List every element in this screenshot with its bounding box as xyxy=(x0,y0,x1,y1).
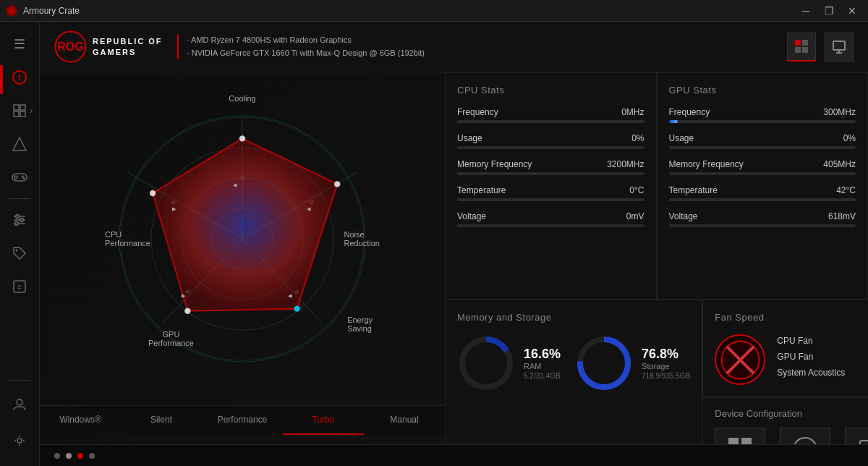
cpu-fan-row: CPU Fan 3600 RPM xyxy=(777,336,868,346)
cpu-voltage-bar xyxy=(457,224,644,227)
svg-text:ROG: ROG xyxy=(57,41,83,53)
gpu-usage-label: Usage xyxy=(669,133,694,143)
gpu-fan-label: GPU Fan xyxy=(777,352,813,362)
svg-text:▸: ▸ xyxy=(172,204,176,213)
cpu-usage-label: Usage xyxy=(457,133,482,143)
device-rog-key[interactable]: R ROG Key xyxy=(780,428,830,444)
ram-detail: 5.2/31.4GB xyxy=(524,372,561,380)
sidebar-item-grid[interactable]: ≡ xyxy=(5,272,34,301)
svg-rect-29 xyxy=(833,41,845,50)
cpu-memfreq-row: Memory Frequency 3200MHz xyxy=(457,159,644,169)
mode-tab-performance[interactable]: Performance xyxy=(202,406,283,435)
device-win-key[interactable]: Win Key xyxy=(715,428,765,444)
dot-1 xyxy=(54,453,60,459)
svg-point-21 xyxy=(17,399,22,405)
svg-point-49 xyxy=(334,181,340,187)
cpu-usage-value: 0% xyxy=(631,133,644,143)
right-bottom-column: Fan Speed xyxy=(702,300,868,444)
svg-point-16 xyxy=(20,219,24,222)
svg-rect-2 xyxy=(14,105,19,110)
sidebar-item-settings[interactable] xyxy=(5,426,34,455)
mode-tab-turbo[interactable]: Turbo xyxy=(283,406,364,435)
radar-label-cooling: Cooling xyxy=(229,94,255,103)
titlebar: Armoury Crate ─ ❐ ✕ xyxy=(0,0,868,22)
radar-label-gpu-perf: GPUPerformance xyxy=(148,330,194,347)
rog-logo-icon: ROG xyxy=(54,30,87,63)
sidebar-item-tags[interactable] xyxy=(5,239,34,268)
dot-2 xyxy=(66,453,72,459)
maximize-button[interactable]: ❐ xyxy=(819,4,839,18)
bottom-bar xyxy=(40,444,868,466)
svg-rect-27 xyxy=(795,47,801,53)
acoustics-label: System Acoustics xyxy=(777,368,845,378)
svg-marker-6 xyxy=(13,137,26,151)
svg-point-15 xyxy=(16,215,20,219)
sidebar-item-user[interactable] xyxy=(5,390,34,419)
gpu-frequency-bar xyxy=(669,120,856,123)
cpu-memfreq-bar xyxy=(457,172,644,175)
dot-4 xyxy=(89,453,95,459)
svg-text:◂: ◂ xyxy=(307,204,311,213)
cpu-temp-bar xyxy=(457,198,644,201)
svg-rect-3 xyxy=(20,105,25,110)
svg-rect-26 xyxy=(802,40,808,46)
fan-icon xyxy=(715,334,765,385)
sidebar-item-info[interactable]: i xyxy=(5,63,34,92)
svg-point-22 xyxy=(17,439,22,443)
fan-content: CPU Fan 3600 RPM GPU Fan 3600 RPM System… xyxy=(715,334,868,385)
storage-gauge xyxy=(575,334,633,392)
gpu-stats-panel: GPU Stats Frequency 300MHz Usage 0% xyxy=(657,72,869,300)
svg-marker-47 xyxy=(153,138,337,310)
cpu-frequency-value: 0MHz xyxy=(621,107,644,117)
spec1-text: AMD Ryzen 7 4800HS with Radeon Graphics xyxy=(191,35,352,44)
content: ROG REPUBLIC OF GAMERS · AMD Ryzen 7 480… xyxy=(40,22,868,466)
gpu-memfreq-value: 405MHz xyxy=(823,159,856,169)
header-btn-secondary[interactable] xyxy=(825,33,854,62)
ram-info: 16.6% RAM 5.2/31.4GB xyxy=(524,347,561,380)
sidebar-divider-2 xyxy=(9,380,30,381)
gpu-memfreq-row: Memory Frequency 405MHz xyxy=(669,159,856,169)
win-key-icon xyxy=(715,428,765,444)
dot-3 xyxy=(77,453,83,459)
sidebar-item-gamepad[interactable] xyxy=(5,163,34,192)
memory-gauges: 16.6% RAM 5.2/31.4GB xyxy=(457,334,690,392)
titlebar-left: Armoury Crate xyxy=(6,5,80,17)
cpu-frequency-bar xyxy=(457,120,644,123)
spec2-text: NVIDIA GeForce GTX 1660 Ti with Max-Q De… xyxy=(192,48,425,57)
touchpad-icon xyxy=(845,428,868,444)
svg-rect-66 xyxy=(741,438,752,444)
ram-label: RAM xyxy=(524,362,561,370)
device-config-title: Device Configuration xyxy=(715,408,868,419)
sidebar-item-menu[interactable]: ☰ xyxy=(5,30,34,59)
cpu-temp-label: Temperature xyxy=(457,185,506,195)
svg-point-11 xyxy=(23,177,25,179)
storage-percent: 76.8% xyxy=(642,347,690,362)
gpu-frequency-value: 300MHz xyxy=(823,107,856,117)
sidebar-bottom xyxy=(5,376,34,466)
close-button[interactable]: ✕ xyxy=(842,4,862,18)
sidebar-item-sliders[interactable] xyxy=(5,206,34,234)
minimize-button[interactable]: ─ xyxy=(796,4,816,18)
svg-point-9 xyxy=(14,176,17,179)
left-panel: Cooling NoiseReduction EnergySaving GPUP… xyxy=(40,72,445,444)
header-btn-primary[interactable] xyxy=(787,33,816,62)
sidebar-item-devices[interactable] xyxy=(5,96,34,125)
device-touchpad[interactable]: Touch Pad xyxy=(845,428,868,444)
cpu-temp-row: Temperature 0°C xyxy=(457,185,644,195)
sidebar-divider-1 xyxy=(9,198,30,199)
gpu-voltage-bar xyxy=(669,224,856,227)
gpu-memfreq-bar xyxy=(669,172,856,175)
cpu-stats-panel: CPU Stats Frequency 0MHz Usage 0% Me xyxy=(445,72,657,300)
ram-gauge xyxy=(457,334,515,392)
mode-tab-windows[interactable]: Windows® xyxy=(40,406,121,435)
mode-tab-silent[interactable]: Silent xyxy=(121,406,202,435)
gpu-usage-bar xyxy=(669,146,856,149)
right-panels: CPU Stats Frequency 0MHz Usage 0% Me xyxy=(445,72,868,444)
fan-stats: CPU Fan 3600 RPM GPU Fan 3600 RPM System… xyxy=(777,336,868,384)
ram-percent: 16.6% xyxy=(524,347,561,362)
gpu-memfreq-label: Memory Frequency xyxy=(669,159,744,169)
sidebar-item-aura[interactable] xyxy=(5,130,34,158)
gpu-voltage-label: Voltage xyxy=(669,211,698,221)
mode-tab-manual[interactable]: Manual xyxy=(364,406,445,435)
gpu-usage-row: Usage 0% xyxy=(669,133,856,143)
